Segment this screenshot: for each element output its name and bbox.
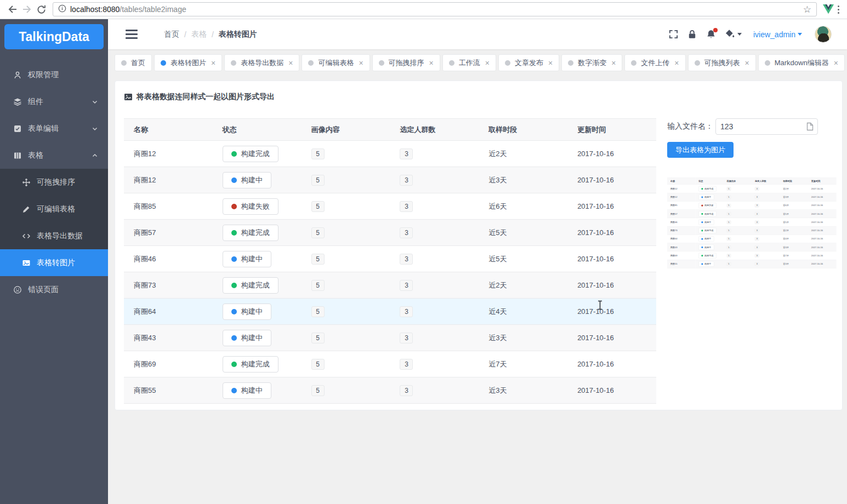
tab-文章发布[interactable]: 文章发布× [498,54,559,71]
table-row[interactable]: 商圈43构建中53近3天2017-10-16 [124,325,656,351]
tab-close-icon[interactable]: × [485,59,490,67]
vue-devtools-icon[interactable] [821,2,835,16]
tab-close-icon[interactable]: × [429,59,434,67]
status-dot-icon [231,335,237,341]
tab-close-icon[interactable]: × [548,59,553,67]
sidebar-item-editable-table[interactable]: 可编辑表格 [0,196,108,222]
tab-close-icon[interactable]: × [834,59,838,67]
cell-portrait: 5 [724,251,752,260]
bookmark-star-icon[interactable]: ☆ [803,5,811,14]
browser-menu-icon[interactable] [835,3,842,16]
status-button[interactable]: 构建完成 [223,277,278,294]
browser-forward-icon[interactable] [20,2,34,16]
sidebar-item-components[interactable]: 组件 [0,88,108,115]
column-header-2: 画像内容 [302,119,390,141]
table-row[interactable]: 商圈46构建中53近5天2017-10-16 [124,246,656,272]
cell-portrait: 5 [724,234,752,243]
breadcrumb-home[interactable]: 首页 [164,30,179,39]
table-row: 商圈73构建完成53近2天2017-10-16 [667,226,837,234]
avatar[interactable] [815,26,832,43]
url-text[interactable]: localhost:8080/tables/table2image [70,5,186,14]
tab-表格导出数据[interactable]: 表格导出数据× [224,54,299,71]
tab-可拖拽排序[interactable]: 可拖拽排序× [372,54,440,71]
tab-可拖拽列表[interactable]: 可拖拽列表× [688,54,756,71]
status-dot-icon [231,388,237,393]
table-row[interactable]: 商圈12构建中53近3天2017-10-16 [124,167,656,193]
card-title: 将表格数据连同样式一起以图片形式导出 [137,92,275,102]
fullscreen-icon[interactable] [668,29,679,39]
cell-portrait: 5 [724,260,752,268]
status-button[interactable]: 构建中 [223,251,271,267]
tab-表格转图片[interactable]: 表格转图片× [154,54,222,71]
sidebar-item-form-edit[interactable]: 表单编辑 [0,115,108,142]
tab-close-icon[interactable]: × [359,59,363,67]
sidebar-item-drag-sort[interactable]: 可拖拽排序 [0,169,108,196]
tab-close-icon[interactable]: × [674,59,679,67]
top-header: 首页 / 表格 / 表格转图片 [108,19,847,49]
sidebar-item-permissions[interactable]: 权限管理 [0,61,108,88]
status-button[interactable]: 构建中 [223,172,271,188]
tab-Markdown编辑器[interactable]: Markdown编辑器× [758,54,845,71]
tables-submenu: 可拖拽排序 可编辑表格 表格导出数据 表格转图片 [0,169,108,276]
tab-文件上传[interactable]: 文件上传× [624,54,685,71]
status-label: 构建失败 [241,202,270,211]
status-button[interactable]: 构建中 [223,382,271,399]
cell-people: 3 [390,220,479,246]
export-table-button[interactable]: 导出表格为图片 [667,142,734,158]
cell-people: 3 [752,234,780,243]
status-button[interactable]: 构建完成 [223,146,278,162]
theme-icon[interactable] [725,29,742,39]
browser-back-icon[interactable] [5,2,20,16]
status-button[interactable]: 构建失败 [223,198,278,215]
hamburger-menu-icon[interactable] [126,30,138,39]
status-button[interactable]: 构建中 [223,303,271,320]
status-dot-icon [231,230,237,236]
tab-可编辑表格[interactable]: 可编辑表格× [302,54,370,71]
cell-portrait: 5 [302,325,390,351]
table-row[interactable]: 商圈73构建完成53近2天2017-10-16 [124,272,656,299]
cell-status: 构建中 [695,243,723,251]
user-menu[interactable]: iview_admin [753,30,802,39]
data-table: 名称状态画像内容选定人群数取样时段更新时间 商圈12构建完成53近2天2017-… [124,118,656,404]
browser-refresh-icon[interactable] [34,2,48,16]
people-badge: 3 [755,204,759,207]
sidebar-item-error-pages[interactable]: 错误页面 [0,276,108,303]
table-row[interactable]: 商圈12构建完成53近2天2017-10-16 [124,141,656,167]
table-row[interactable]: 商圈69构建完成53近7天2017-10-16 [124,351,656,377]
tab-工作流[interactable]: 工作流× [442,54,496,71]
lock-icon[interactable] [687,29,697,39]
status-button[interactable]: 构建中 [223,330,271,346]
status-dot-icon [231,283,237,288]
tab-首页[interactable]: 首页 [115,54,152,71]
status-dot-icon [231,309,237,314]
status-button: 构建完成 [698,228,716,233]
tab-close-icon[interactable]: × [745,59,749,67]
table-row[interactable]: 商圈55构建中53近3天2017-10-16 [124,377,656,404]
cell-name: 商圈43 [124,325,213,351]
people-badge: 3 [400,333,413,343]
address-bar[interactable]: localhost:8080/tables/table2image ☆ [53,2,817,16]
table-row[interactable]: 商圈57构建完成53近5天2017-10-16 [124,220,656,246]
cell-portrait: 5 [302,246,390,272]
breadcrumb-tables[interactable]: 表格 [191,30,207,39]
sidebar-item-table-export[interactable]: 表格导出数据 [0,222,108,249]
sidebar-item-table-to-image[interactable]: 表格转图片 [0,249,108,276]
tab-close-icon[interactable]: × [288,59,293,67]
cell-name: 商圈64 [667,234,695,243]
status-button[interactable]: 构建完成 [223,356,278,373]
table-row[interactable]: 商圈64构建中53近4天2017-10-16 [124,299,656,325]
status-button[interactable]: 构建完成 [223,225,278,241]
sidebar-item-tables[interactable]: 表格 [0,142,108,169]
tab-数字渐变[interactable]: 数字渐变× [561,54,622,71]
notification-bell-icon[interactable] [706,29,717,40]
status-dot-icon [231,204,237,209]
table-row[interactable]: 商圈85构建失败53近6天2017-10-16 [124,193,656,220]
filename-input[interactable] [715,118,818,135]
tab-close-icon[interactable]: × [611,59,616,67]
table2image-card: 将表格数据连同样式一起以图片形式导出 名称状态画像内容选定人群数取样时段更新时间… [115,81,843,410]
site-info-icon[interactable] [58,4,66,15]
status-button: 构建完成 [698,186,716,192]
tab-close-icon[interactable]: × [211,59,215,67]
status-dot-icon [701,196,703,198]
talkingdata-logo[interactable]: TalkingData [4,24,104,49]
